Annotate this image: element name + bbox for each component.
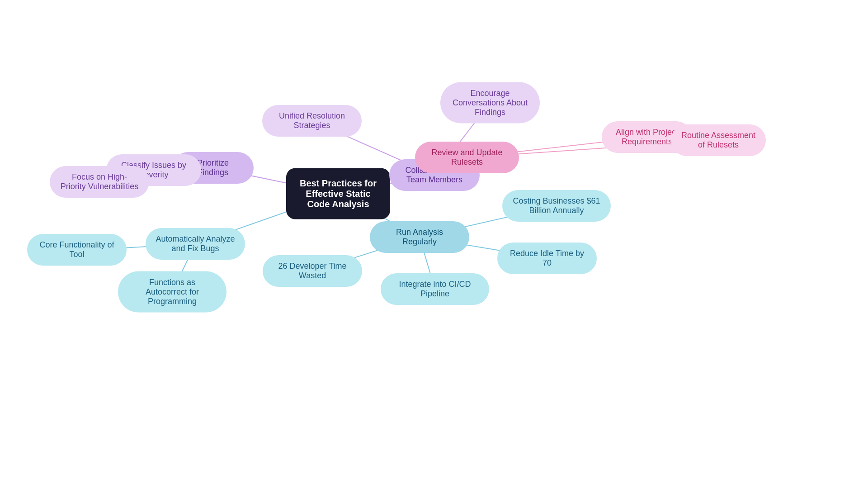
developer-time-wasted-node: 26 Developer Time Wasted <box>263 255 362 287</box>
functions-autocorrect-node: Functions as Autocorrect for Programming <box>118 271 226 313</box>
integrate-cicd-node: Integrate into CI/CD Pipeline <box>381 273 489 305</box>
analyze-fix-bugs-node: Automatically Analyze and Fix Bugs <box>146 228 245 260</box>
run-analysis-node: Run Analysis Regularly <box>370 221 469 253</box>
encourage-conversations-node: Encourage Conversations About Findings <box>440 82 540 124</box>
costing-businesses-node: Costing Businesses $61 Billion Annually <box>502 190 611 222</box>
mindmap-canvas: Best Practices for Effective Static Code… <box>0 0 868 490</box>
reduce-idle-time-node: Reduce Idle Time by 70 <box>497 243 597 274</box>
routine-assessment-node: Routine Assessment of Rulesets <box>671 124 766 156</box>
unified-resolution-node: Unified Resolution Strategies <box>262 105 362 137</box>
center-node: Best Practices for Effective Static Code… <box>286 168 390 219</box>
review-rulesets-node: Review and Update Rulesets <box>415 142 519 173</box>
focus-vulnerabilities-node: Focus on High-Priority Vulnerabilities <box>50 166 149 198</box>
core-functionality-node: Core Functionality of Tool <box>27 234 127 266</box>
